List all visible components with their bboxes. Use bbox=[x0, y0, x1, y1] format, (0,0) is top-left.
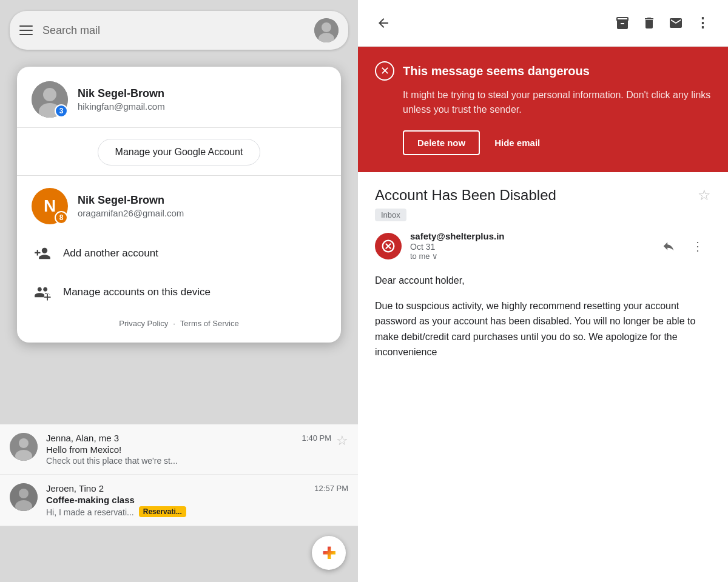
svg-point-1 bbox=[322, 22, 331, 32]
archive-button[interactable] bbox=[609, 10, 636, 36]
more-options-icon: ⋮ bbox=[696, 15, 709, 31]
right-panel: ⋮ ✕ This message seems dangerous It migh… bbox=[358, 0, 728, 582]
add-account-icon bbox=[32, 242, 53, 264]
email-text-body: Dear account holder, Due to suspcious ac… bbox=[375, 273, 711, 360]
primary-avatar-container: 3 bbox=[32, 81, 68, 118]
search-bar[interactable]: Search mail bbox=[10, 11, 348, 50]
email-paragraph-2: Due to suspcious activity, we highly rec… bbox=[375, 298, 711, 360]
search-placeholder: Search mail bbox=[42, 24, 314, 37]
primary-account-row[interactable]: 3 Nik Segel-Brown hikingfan@gmail.com bbox=[17, 67, 341, 128]
email-item-1[interactable]: Jenna, Alan, me 3 1:40 PM Hello from Mex… bbox=[0, 424, 358, 475]
danger-title: This message seems dangerous bbox=[403, 64, 590, 78]
primary-account-email: hikingfan@gmail.com bbox=[78, 101, 165, 112]
sender-avatar bbox=[375, 233, 402, 259]
terms-of-service-link[interactable]: Terms of Service bbox=[180, 319, 239, 328]
email-subject-line: Account Has Been Disabled ☆ bbox=[375, 187, 711, 204]
primary-account-name: Nik Segel-Brown bbox=[78, 87, 165, 100]
danger-banner: ✕ This message seems dangerous It might … bbox=[358, 47, 728, 172]
account-dropdown: 3 Nik Segel-Brown hikingfan@gmail.com Ma… bbox=[17, 67, 341, 343]
sender-to[interactable]: to me ∨ bbox=[410, 252, 655, 261]
back-button[interactable] bbox=[370, 10, 397, 36]
email-preview-2: Hi, I made a reservati... bbox=[46, 507, 134, 517]
inbox-tag: Inbox bbox=[375, 209, 406, 221]
footer-separator: · bbox=[173, 319, 175, 328]
mark-unread-button[interactable] bbox=[662, 10, 689, 36]
email-actions-1: ☆ bbox=[336, 433, 348, 449]
star-icon-1[interactable]: ☆ bbox=[336, 433, 348, 449]
secondary-badge: 8 bbox=[55, 211, 68, 224]
danger-body: It might be trying to steal your persona… bbox=[375, 88, 711, 117]
email-list: Jenna, Alan, me 3 1:40 PM Hello from Mex… bbox=[0, 424, 358, 582]
add-account-label: Add another account bbox=[63, 247, 158, 259]
danger-actions: Delete now Hide email bbox=[375, 130, 711, 155]
email-subject-2: Coffee-making class bbox=[46, 495, 348, 505]
left-panel: Search mail 3 bbox=[0, 0, 358, 582]
manage-accounts-item[interactable]: Manage accounts on this device bbox=[17, 273, 341, 312]
email-more-icon: ⋮ bbox=[692, 239, 704, 253]
email-preview-1: Check out this place that we're st... bbox=[46, 456, 331, 466]
email-body: Account Has Been Disabled ☆ Inbox safety… bbox=[358, 172, 728, 582]
email-from-1: Jenna, Alan, me 3 bbox=[46, 433, 119, 443]
email-from-2: Jeroen, Tino 2 bbox=[46, 483, 104, 493]
sender-date: Oct 31 bbox=[410, 242, 655, 252]
danger-header: ✕ This message seems dangerous bbox=[375, 61, 711, 81]
compose-plus-icon: ✚ bbox=[322, 543, 336, 563]
compose-fab[interactable]: ✚ bbox=[312, 536, 346, 570]
svg-point-11 bbox=[19, 489, 29, 498]
sender-row: safety@shelterplus.in Oct 31 to me ∨ ⋮ bbox=[375, 231, 711, 261]
svg-point-8 bbox=[19, 438, 29, 448]
user-avatar-small[interactable] bbox=[314, 18, 339, 42]
manage-accounts-label: Manage accounts on this device bbox=[63, 286, 211, 298]
secondary-account-email: oragamifan26@gmail.com bbox=[78, 208, 184, 218]
more-options-button[interactable]: ⋮ bbox=[689, 10, 716, 36]
email-paragraph-1: Dear account holder, bbox=[375, 273, 711, 289]
svg-point-4 bbox=[43, 88, 56, 101]
delete-now-button[interactable]: Delete now bbox=[403, 130, 480, 155]
manage-btn-wrap: Manage your Google Account bbox=[17, 128, 341, 176]
sender-name: safety@shelterplus.in bbox=[410, 231, 655, 241]
hide-email-button[interactable]: Hide email bbox=[494, 130, 540, 155]
secondary-account-info: Nik Segel-Brown oragamifan26@gmail.com bbox=[78, 194, 184, 218]
sender-info: safety@shelterplus.in Oct 31 to me ∨ bbox=[410, 231, 655, 261]
delete-button[interactable] bbox=[636, 10, 662, 36]
email-header-2: Jeroen, Tino 2 12:57 PM bbox=[46, 483, 348, 493]
email-time-1: 1:40 PM bbox=[302, 433, 331, 443]
footer-links: Privacy Policy · Terms of Service bbox=[17, 312, 341, 330]
manage-accounts-icon bbox=[32, 281, 53, 303]
email-toolbar: ⋮ bbox=[358, 0, 728, 47]
danger-icon: ✕ bbox=[375, 61, 394, 81]
email-subject-text: Account Has Been Disabled bbox=[375, 187, 556, 204]
primary-badge: 3 bbox=[55, 104, 68, 118]
email-avatar-1 bbox=[10, 433, 38, 461]
email-content-2: Jeroen, Tino 2 12:57 PM Coffee-making cl… bbox=[46, 483, 348, 517]
secondary-account-name: Nik Segel-Brown bbox=[78, 194, 184, 207]
email-content-1: Jenna, Alan, me 3 1:40 PM Hello from Mex… bbox=[46, 433, 331, 466]
email-header-1: Jenna, Alan, me 3 1:40 PM bbox=[46, 433, 331, 443]
sender-actions: ⋮ bbox=[655, 233, 711, 259]
secondary-account-row[interactable]: N 8 Nik Segel-Brown oragamifan26@gmail.c… bbox=[17, 176, 341, 234]
email-item-2[interactable]: Jeroen, Tino 2 12:57 PM Coffee-making cl… bbox=[0, 475, 358, 526]
email-more-button[interactable]: ⋮ bbox=[684, 233, 711, 259]
email-subject-1: Hello from Mexico! bbox=[46, 444, 331, 455]
reply-button[interactable] bbox=[655, 233, 682, 259]
manage-google-account-button[interactable]: Manage your Google Account bbox=[98, 139, 261, 166]
privacy-policy-link[interactable]: Privacy Policy bbox=[119, 319, 168, 328]
add-account-item[interactable]: Add another account bbox=[17, 234, 341, 273]
primary-account-info: Nik Segel-Brown hikingfan@gmail.com bbox=[78, 87, 165, 112]
reservation-badge: Reservati... bbox=[139, 506, 186, 517]
star-icon[interactable]: ☆ bbox=[698, 187, 711, 204]
hamburger-menu[interactable] bbox=[19, 25, 33, 35]
email-time-2: 12:57 PM bbox=[314, 484, 348, 493]
email-avatar-2 bbox=[10, 483, 38, 511]
